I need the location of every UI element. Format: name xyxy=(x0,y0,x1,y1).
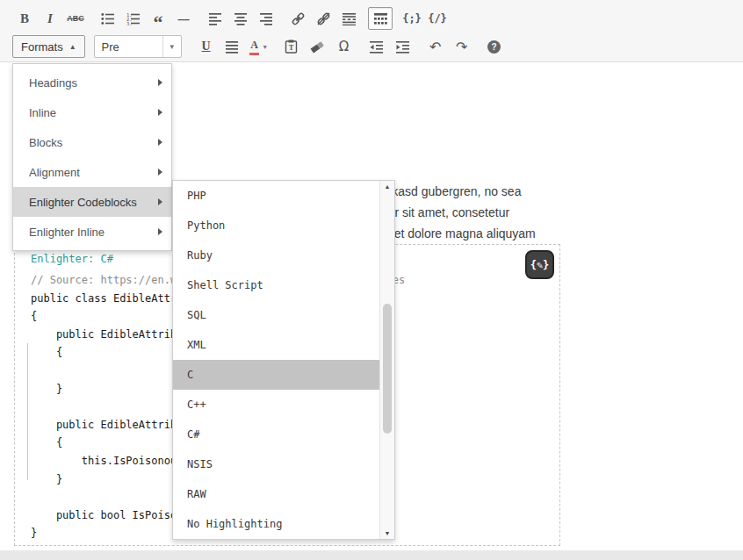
lang-item-shell-script[interactable]: Shell Script xyxy=(173,270,379,300)
menu-item-blocks[interactable]: Blocks xyxy=(13,127,171,157)
bold-icon: B xyxy=(20,11,29,26)
enlighter-inline-insert-button[interactable]: {;} xyxy=(400,7,424,30)
enlighter-inline-icon: {;} xyxy=(402,12,422,25)
editor-toolbar: B I ABC 1.2.3. “ — xyxy=(0,0,743,62)
more-tag-icon xyxy=(343,12,356,25)
toolbar-row-2: Formats ▲ Pre ▼ U A▼ T xyxy=(12,35,507,58)
bullet-list-button[interactable] xyxy=(95,7,119,30)
toolbar-toggle-icon xyxy=(374,12,387,25)
page-background xyxy=(0,550,743,560)
blockquote-icon: “ xyxy=(154,16,163,21)
underline-button[interactable]: U xyxy=(194,35,219,58)
redo-button[interactable]: ↷ xyxy=(450,35,474,58)
lang-item-php[interactable]: PHP xyxy=(173,181,379,211)
strikethrough-button[interactable]: ABC xyxy=(63,7,88,30)
lang-item-no-highlighting[interactable]: No Highlighting xyxy=(173,509,379,539)
scroll-down-arrow-icon[interactable]: ▼ xyxy=(380,530,394,536)
caret-up-icon: ▲ xyxy=(69,43,76,51)
enlighter-edit-badge-icon[interactable]: {✎} xyxy=(525,250,554,279)
block-format-value: Pre xyxy=(95,40,119,54)
lang-item-ruby[interactable]: Ruby xyxy=(173,241,379,270)
scroll-up-arrow-icon[interactable]: ▲ xyxy=(380,183,394,190)
decrease-indent-button[interactable] xyxy=(364,35,389,58)
strikethrough-icon: ABC xyxy=(67,14,84,23)
hr-icon: — xyxy=(178,12,190,25)
menu-item-alignment[interactable]: Alignment xyxy=(13,157,171,187)
italic-button[interactable]: I xyxy=(38,7,62,30)
lang-item-xml[interactable]: XML xyxy=(173,330,379,360)
scrollbar-thumb[interactable] xyxy=(383,304,392,434)
underline-icon: U xyxy=(202,39,211,54)
remove-format-icon xyxy=(310,40,325,54)
wordpress-visual-editor: B I ABC 1.2.3. “ — xyxy=(0,0,743,560)
paste-as-text-button[interactable]: T xyxy=(279,35,304,58)
submenu-arrow-icon xyxy=(158,198,162,205)
unlink-icon xyxy=(316,11,331,26)
align-right-icon xyxy=(260,12,273,25)
formats-menu: Headings Inline Blocks Alignment Enlight… xyxy=(12,63,172,251)
blockquote-button[interactable]: “ xyxy=(146,7,170,30)
menu-item-inline[interactable]: Inline xyxy=(13,97,171,127)
indent-icon xyxy=(396,40,409,54)
svg-text:T: T xyxy=(289,43,294,52)
paste-text-icon: T xyxy=(285,39,298,54)
submenu-arrow-icon xyxy=(158,109,162,116)
remove-link-button[interactable] xyxy=(311,7,335,30)
list-ul-icon xyxy=(101,12,114,25)
enlighter-code-icon: {/} xyxy=(428,12,447,25)
justify-button[interactable] xyxy=(220,35,245,58)
horizontal-rule-button[interactable]: — xyxy=(171,7,196,30)
align-center-button[interactable] xyxy=(228,7,253,30)
toolbar-row-1: B I ABC 1.2.3. “ — xyxy=(12,7,450,30)
numbered-list-button[interactable]: 1.2.3. xyxy=(120,7,145,30)
formats-dropdown-button[interactable]: Formats ▲ xyxy=(12,35,85,58)
align-left-button[interactable] xyxy=(203,7,227,30)
menu-item-headings[interactable]: Headings xyxy=(13,68,171,97)
italic-icon: I xyxy=(47,11,53,26)
language-list: PHPPythonRubyShell ScriptSQLXMLCC++C#NSI… xyxy=(173,181,379,539)
clear-formatting-button[interactable] xyxy=(306,35,330,58)
undo-button[interactable]: ↶ xyxy=(423,35,448,58)
menu-item-label: Enlighter Inline xyxy=(29,226,105,239)
lang-item-python[interactable]: Python xyxy=(173,211,379,241)
link-icon xyxy=(291,11,306,26)
insert-link-button[interactable] xyxy=(285,7,310,30)
lang-item-csharp[interactable]: C# xyxy=(173,420,379,449)
menu-item-label: Alignment xyxy=(29,166,80,179)
indent-guide xyxy=(27,343,28,480)
lang-item-raw[interactable]: RAW xyxy=(173,479,379,509)
redo-icon: ↷ xyxy=(456,39,467,55)
text-color-button[interactable]: A▼ xyxy=(247,35,271,58)
align-right-button[interactable] xyxy=(254,7,278,30)
lang-item-nsis[interactable]: NSIS xyxy=(173,449,379,479)
caret-down-icon: ▼ xyxy=(162,36,181,57)
menu-item-enlighter-codeblocks[interactable]: Enlighter Codeblocks xyxy=(13,187,171,217)
toolbar-toggle-button[interactable] xyxy=(368,7,393,30)
align-left-icon xyxy=(209,12,222,25)
bold-button[interactable]: B xyxy=(12,7,37,30)
undo-icon: ↶ xyxy=(429,39,441,55)
list-ol-icon: 1.2.3. xyxy=(126,12,140,25)
block-format-select[interactable]: Pre ▼ xyxy=(94,35,182,58)
read-more-button[interactable] xyxy=(336,7,361,30)
lang-item-sql[interactable]: SQL xyxy=(173,300,379,330)
justify-icon xyxy=(226,40,239,54)
formats-label: Formats xyxy=(21,40,63,54)
outdent-icon xyxy=(370,40,383,54)
special-character-button[interactable]: Ω xyxy=(332,35,357,58)
enlighter-codeblock-insert-button[interactable]: {/} xyxy=(425,7,450,30)
language-submenu: PHPPythonRubyShell ScriptSQLXMLCC++C#NSI… xyxy=(172,180,395,540)
submenu-arrow-icon xyxy=(158,79,162,86)
menu-item-label: Headings xyxy=(29,76,77,90)
menu-item-label: Blocks xyxy=(29,136,62,149)
lang-item-c[interactable]: C xyxy=(173,360,379,390)
help-icon: ? xyxy=(487,40,501,54)
increase-indent-button[interactable] xyxy=(391,35,415,58)
charmap-icon: Ω xyxy=(339,39,349,54)
help-button[interactable]: ? xyxy=(482,35,507,58)
lang-item-cpp[interactable]: C++ xyxy=(173,390,379,420)
submenu-scrollbar[interactable]: ▲ ▼ xyxy=(379,181,394,539)
menu-item-enlighter-inline[interactable]: Enlighter Inline xyxy=(13,217,171,247)
align-center-icon xyxy=(234,12,248,25)
submenu-arrow-icon xyxy=(158,139,162,146)
